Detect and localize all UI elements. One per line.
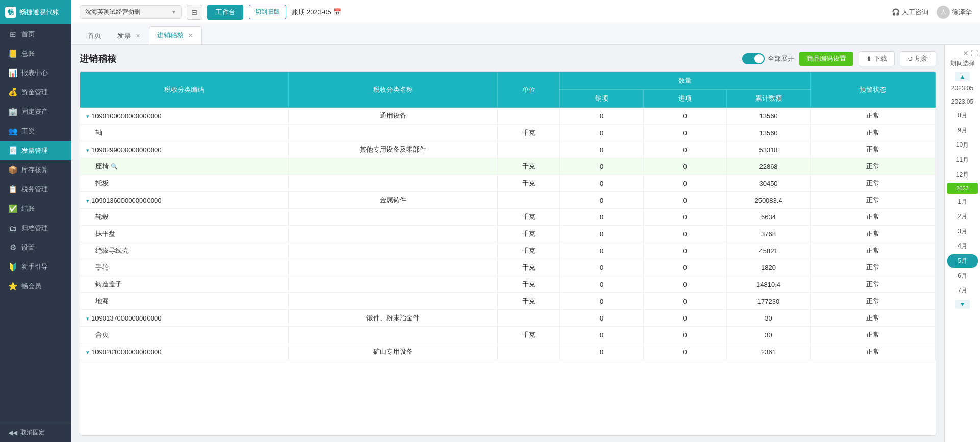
- tax-name-cell: [289, 293, 498, 310]
- purchase-cell: 0: [643, 125, 726, 141]
- table-row[interactable]: 手轮 千克 0 0 1820 正常: [80, 259, 936, 276]
- sidebar-item-guide[interactable]: 🔰 新手引导: [0, 257, 71, 277]
- sidebar-item-settle[interactable]: ✅ 结账: [0, 199, 71, 218]
- finance-icon: 💰: [8, 88, 17, 97]
- old-version-button[interactable]: 切到旧版: [249, 5, 286, 19]
- total-cell: 3768: [727, 226, 810, 242]
- sidebar-item-label: 新手引导: [21, 262, 48, 272]
- table-row[interactable]: 地漏 千克 0 0 177230 正常: [80, 293, 936, 310]
- unit-cell: 千克: [497, 242, 560, 259]
- period-item[interactable]: 11月: [947, 153, 978, 167]
- period-scroll-down[interactable]: ▼: [955, 300, 970, 309]
- table-row[interactable]: 绝缘导线壳 千克 0 0 45821 正常: [80, 242, 936, 259]
- headset-icon: 🎧: [892, 8, 900, 16]
- table-row[interactable]: 轮毂 千克 0 0 6634 正常: [80, 209, 936, 226]
- toggle-switch[interactable]: [742, 53, 765, 64]
- sales-cell: 0: [560, 226, 643, 242]
- sidebar-item-assets[interactable]: 🏢 固定资产: [0, 102, 71, 121]
- tab-invoice-close[interactable]: ✕: [136, 33, 140, 39]
- sidebar-item-inventory[interactable]: 📦 库存核算: [0, 160, 71, 180]
- table-row[interactable]: 轴 千克 0 0 13560 正常: [80, 125, 936, 141]
- payroll-icon: 👥: [8, 127, 17, 136]
- period-item[interactable]: 4月: [947, 239, 978, 253]
- table-row[interactable]: 抹平盘 千克 0 0 3768 正常: [80, 226, 936, 242]
- table-row[interactable]: 座椅 🔍 千克 0 0 22868 正常: [80, 158, 936, 175]
- tax-name-cell: [289, 175, 498, 192]
- table-row[interactable]: ▾1090201000000000000 矿山专用设备 0 0 2361 正常: [80, 343, 936, 360]
- tax-code-cell: ▾1090136000000000000: [80, 192, 289, 209]
- tab-invoice[interactable]: 发票 ✕: [109, 27, 149, 44]
- sidebar-item-home[interactable]: ⊞ 首页: [0, 24, 71, 44]
- unit-cell: 千克: [497, 209, 560, 226]
- panel-expand-icon[interactable]: ⛶: [971, 49, 978, 57]
- period-item[interactable]: 5月: [947, 254, 978, 268]
- tab-home[interactable]: 首页: [80, 27, 109, 44]
- sidebar-item-tax[interactable]: 📋 税务管理: [0, 180, 71, 199]
- download-button[interactable]: ⬇ 下载: [859, 51, 895, 66]
- period-item[interactable]: 1月: [947, 195, 978, 209]
- archive-button[interactable]: ⊟: [187, 5, 202, 20]
- purchase-cell: 0: [643, 327, 726, 343]
- user-avatar: 人: [937, 6, 950, 19]
- service-button[interactable]: 🎧 人工咨询: [892, 8, 928, 17]
- period-item[interactable]: 2023.05: [947, 95, 978, 108]
- expand-icon[interactable]: ▾: [86, 147, 89, 153]
- period-item[interactable]: 3月: [947, 225, 978, 238]
- expand-icon[interactable]: ▾: [86, 113, 89, 119]
- product-code-button[interactable]: 商品编码设置: [799, 52, 853, 66]
- table-row[interactable]: 合页 千克 0 0 30 正常: [80, 327, 936, 343]
- company-selector[interactable]: 沈海英测试经营勿删 ▼: [80, 5, 182, 19]
- sidebar-item-settings[interactable]: ⚙ 设置: [0, 238, 71, 257]
- sidebar-item-archive[interactable]: 🗂 归档管理: [0, 218, 71, 238]
- table-row[interactable]: 托板 千克 0 0 30450 正常: [80, 175, 936, 192]
- sidebar-item-ledger[interactable]: 📒 总账: [0, 44, 71, 63]
- sidebar-item-invoice-mgmt[interactable]: 🧾 发票管理: [0, 141, 71, 160]
- table-row[interactable]: ▾1090136000000000000 金属铸件 0 0 250083.4 正…: [80, 192, 936, 209]
- expand-icon[interactable]: ▾: [86, 198, 89, 204]
- unit-cell: 千克: [497, 158, 560, 175]
- period-item[interactable]: 9月: [947, 124, 978, 137]
- expand-icon[interactable]: ▾: [86, 349, 89, 355]
- period-item[interactable]: 2月: [947, 210, 978, 224]
- sidebar-item-label: 固定资产: [21, 107, 48, 116]
- workbench-button[interactable]: 工作台: [207, 5, 243, 20]
- page-title: 进销稽核: [80, 53, 116, 65]
- logo-icon: 畅: [5, 7, 16, 18]
- archive-icon: ⊟: [191, 8, 198, 16]
- status-cell: 正常: [810, 141, 935, 158]
- tab-reconcile[interactable]: 进销稽核 ✕: [149, 26, 202, 44]
- th-qty-group: 数量: [560, 72, 810, 90]
- unit-cell: 千克: [497, 327, 560, 343]
- tab-reconcile-close[interactable]: ✕: [188, 32, 193, 38]
- sidebar-item-finance[interactable]: 💰 资金管理: [0, 83, 71, 102]
- sidebar-item-payroll[interactable]: 👥 工资: [0, 121, 71, 141]
- expand-all-toggle[interactable]: 全部展开: [742, 53, 794, 64]
- sidebar-item-label: 税务管理: [21, 185, 48, 194]
- table-row[interactable]: ▾1090100000000000000 通用设备 0 0 13560 正常: [80, 108, 936, 125]
- tax-name-cell: 锻件、粉末冶金件: [289, 310, 498, 327]
- sidebar-item-member[interactable]: ⭐ 畅会员: [0, 277, 71, 296]
- unit-cell: 千克: [497, 175, 560, 192]
- period-scroll-up[interactable]: ▲: [955, 72, 970, 81]
- sidebar-item-report[interactable]: 📊 报表中心: [0, 63, 71, 83]
- expand-icon[interactable]: ▾: [86, 315, 89, 322]
- calendar-icon[interactable]: 📅: [333, 8, 341, 16]
- guide-icon: 🔰: [8, 262, 17, 272]
- tab-home-label: 首页: [88, 32, 101, 39]
- period-item[interactable]: 10月: [947, 138, 978, 152]
- period-item[interactable]: 2023: [947, 183, 978, 194]
- refresh-button[interactable]: ↺ 刷新: [900, 51, 936, 66]
- table-row[interactable]: 铸造盖子 千克 0 0 14810.4 正常: [80, 276, 936, 293]
- panel-close-icon[interactable]: ✕: [963, 49, 969, 57]
- period-item[interactable]: 7月: [947, 284, 978, 298]
- period-item[interactable]: 6月: [947, 269, 978, 283]
- user-menu[interactable]: 人 徐泽华: [937, 6, 972, 19]
- table-row[interactable]: ▾1090137000000000000 锻件、粉末冶金件 0 0 30 正常: [80, 310, 936, 327]
- sidebar-pin-toggle[interactable]: ◀◀ 取消固定: [0, 423, 71, 442]
- period-item[interactable]: 12月: [947, 168, 978, 182]
- period-item[interactable]: 8月: [947, 109, 978, 122]
- unit-cell: 千克: [497, 276, 560, 293]
- table-row[interactable]: ▾1090299000000000000 其他专用设备及零部件 0 0 5331…: [80, 141, 936, 158]
- period-item[interactable]: 2023.05: [947, 82, 978, 94]
- unit-cell: 千克: [497, 125, 560, 141]
